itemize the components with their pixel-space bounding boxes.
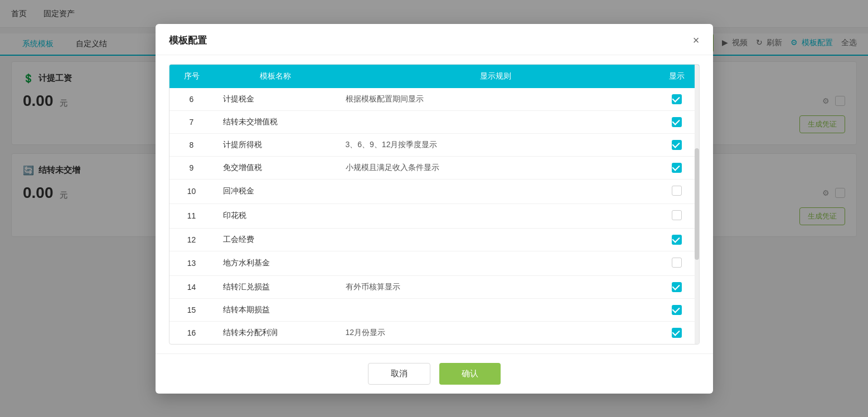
checkbox-checked[interactable]: [672, 235, 682, 245]
cell-rule: 12月份显示: [337, 321, 654, 344]
modal-overlay: 模板配置 × 序号 模板名称 显示规则 显示 6计提税金根据模板配置期间显示7结…: [0, 0, 868, 417]
modal-close-button[interactable]: ×: [693, 35, 700, 46]
col-rule: 显示规则: [337, 65, 654, 88]
cell-name: 回冲税金: [214, 179, 337, 203]
cell-seq: 8: [169, 133, 214, 156]
cell-rule: 小规模且满足收入条件显示: [337, 156, 654, 179]
cell-check: [654, 298, 699, 321]
cell-rule: [337, 251, 654, 275]
table-row: 13地方水利基金: [169, 251, 699, 275]
cell-rule: 3、6、9、12月按季度显示: [337, 133, 654, 156]
checkbox-checked[interactable]: [672, 163, 682, 173]
cell-name: 地方水利基金: [214, 251, 337, 275]
confirm-button[interactable]: 确认: [439, 363, 501, 385]
cell-seq: 16: [169, 321, 214, 344]
table-row: 12工会经费: [169, 228, 699, 251]
cell-check: [654, 321, 699, 344]
cell-seq: 10: [169, 179, 214, 203]
cell-rule: 有外币核算显示: [337, 275, 654, 298]
cell-name: 免交增值税: [214, 156, 337, 179]
cell-name: 结转未分配利润: [214, 321, 337, 344]
checkbox-checked[interactable]: [672, 305, 682, 315]
col-show: 显示: [654, 65, 699, 88]
cell-seq: 6: [169, 88, 214, 111]
cell-seq: 9: [169, 156, 214, 179]
cell-rule: [337, 110, 654, 133]
template-table: 序号 模板名称 显示规则 显示 6计提税金根据模板配置期间显示7结转未交增值税8…: [169, 65, 699, 344]
table-row: 7结转未交增值税: [169, 110, 699, 133]
checkbox-unchecked[interactable]: [672, 258, 682, 268]
cell-rule: [337, 203, 654, 228]
table-row: 11印花税: [169, 203, 699, 228]
table-row: 15结转本期损益: [169, 298, 699, 321]
cell-check: [654, 203, 699, 228]
checkbox-checked[interactable]: [672, 140, 682, 150]
col-name: 模板名称: [214, 65, 337, 88]
cell-check: [654, 133, 699, 156]
scrollbar-thumb[interactable]: [695, 148, 699, 260]
cell-check: [654, 228, 699, 251]
cell-rule: 根据模板配置期间显示: [337, 88, 654, 111]
cancel-button[interactable]: 取消: [368, 363, 430, 385]
cell-check: [654, 110, 699, 133]
checkbox-unchecked[interactable]: [672, 186, 682, 196]
cell-seq: 12: [169, 228, 214, 251]
cell-name: 结转汇兑损益: [214, 275, 337, 298]
cell-check: [654, 88, 699, 111]
modal-table-wrap: 序号 模板名称 显示规则 显示 6计提税金根据模板配置期间显示7结转未交增值税8…: [169, 64, 700, 345]
checkbox-checked[interactable]: [672, 282, 682, 292]
table-row: 9免交增值税小规模且满足收入条件显示: [169, 156, 699, 179]
cell-rule: [337, 228, 654, 251]
template-config-modal: 模板配置 × 序号 模板名称 显示规则 显示 6计提税金根据模板配置期间显示7结…: [156, 24, 713, 394]
table-row: 10回冲税金: [169, 179, 699, 203]
modal-title: 模板配置: [169, 34, 207, 47]
cell-rule: [337, 298, 654, 321]
table-header-row: 序号 模板名称 显示规则 显示: [169, 65, 699, 88]
cell-check: [654, 251, 699, 275]
checkbox-checked[interactable]: [672, 94, 682, 104]
cell-name: 工会经费: [214, 228, 337, 251]
cell-seq: 11: [169, 203, 214, 228]
modal-body: 序号 模板名称 显示规则 显示 6计提税金根据模板配置期间显示7结转未交增值税8…: [156, 55, 713, 353]
table-row: 14结转汇兑损益有外币核算显示: [169, 275, 699, 298]
cell-name: 计提税金: [214, 88, 337, 111]
table-row: 8计提所得税3、6、9、12月按季度显示: [169, 133, 699, 156]
modal-header: 模板配置 ×: [156, 24, 713, 55]
cell-check: [654, 179, 699, 203]
cell-name: 印花税: [214, 203, 337, 228]
checkbox-checked[interactable]: [672, 117, 682, 127]
cell-name: 结转未交增值税: [214, 110, 337, 133]
cell-seq: 7: [169, 110, 214, 133]
modal-footer: 取消 确认: [156, 353, 713, 394]
cell-check: [654, 275, 699, 298]
cell-rule: [337, 179, 654, 203]
table-row: 16结转未分配利润12月份显示: [169, 321, 699, 344]
cell-seq: 15: [169, 298, 214, 321]
checkbox-unchecked[interactable]: [672, 210, 682, 220]
cell-name: 计提所得税: [214, 133, 337, 156]
col-seq: 序号: [169, 65, 214, 88]
cell-check: [654, 156, 699, 179]
cell-name: 结转本期损益: [214, 298, 337, 321]
cell-seq: 13: [169, 251, 214, 275]
checkbox-checked[interactable]: [672, 328, 682, 338]
table-row: 6计提税金根据模板配置期间显示: [169, 88, 699, 111]
cell-seq: 14: [169, 275, 214, 298]
scrollbar-track[interactable]: [695, 65, 699, 344]
